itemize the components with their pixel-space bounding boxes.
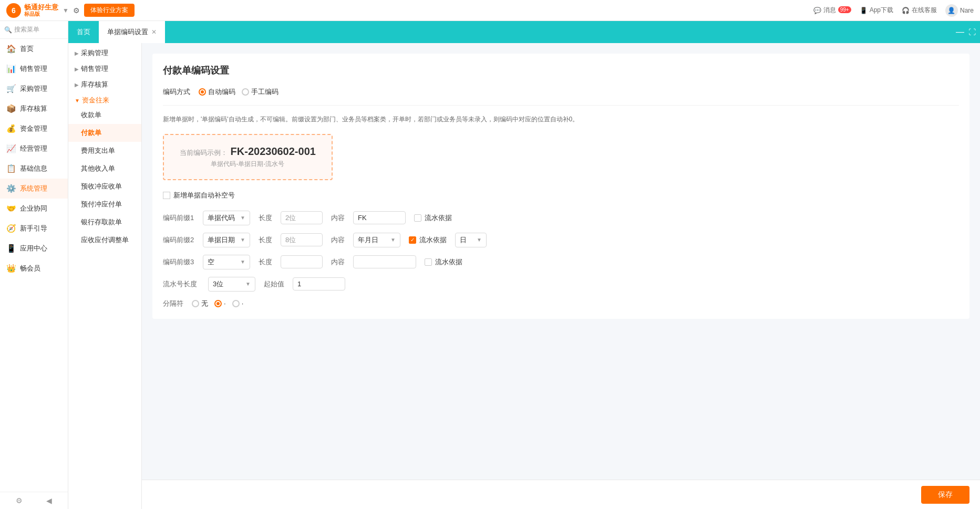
online-service-icon: 🎧: [902, 7, 910, 14]
serial-length-row: 流水号长度 3位 ▼ 起始值: [163, 277, 959, 292]
code-preview-box: 当前编码示例： FK-20230602-001 单据代码-单据日期-流水号: [163, 134, 333, 180]
tab-encoding-close-icon[interactable]: ✕: [151, 28, 157, 36]
sep-dot2-radio[interactable]: [232, 300, 240, 307]
search-menu-button[interactable]: 🔍 搜索菜单: [0, 21, 68, 39]
brand-sub: 标品版: [24, 11, 58, 17]
sidebar-item-label-basic: 基础信息: [20, 164, 47, 173]
settings-icon[interactable]: ⚙: [73, 6, 80, 15]
tabs-actions: — ⛶: [956, 27, 980, 37]
tab-home[interactable]: 首页: [68, 21, 99, 43]
start-value-input[interactable]: [293, 277, 345, 290]
prefix1-serial-checkbox[interactable]: [414, 214, 421, 222]
info-text: 新增单据时，'单据编码'自动生成，不可编辑。前缀设置为部门、业务员等档案类，开单…: [163, 114, 959, 126]
sidebar-item-label-purchase: 采购管理: [20, 84, 47, 94]
submenu-inventory-calc[interactable]: ▶ 库存核算: [68, 75, 141, 90]
sep-dot-radio[interactable]: [214, 300, 222, 307]
prefix3-length-input[interactable]: [281, 255, 323, 268]
sidebar-item-system[interactable]: ⚙️ 系统管理: [0, 179, 68, 199]
submenu-bank-deposit-label: 银行存取款单: [81, 218, 122, 226]
prefix1-content-input[interactable]: [353, 211, 406, 224]
prefix1-select[interactable]: 单据代码 ▼: [203, 211, 250, 225]
prefix3-content-input[interactable]: [353, 255, 416, 268]
sidebar-item-operations[interactable]: 📈 经营管理: [0, 139, 68, 159]
bottom-bar: 保存: [142, 480, 980, 509]
prefix2-content-select[interactable]: 年月日 ▼: [353, 233, 400, 247]
manual-encode-radio[interactable]: [242, 88, 249, 96]
prefix3-content-label: 内容: [331, 257, 345, 267]
message-button[interactable]: 💬 消息 99+: [813, 6, 851, 15]
submenu-capital-flow[interactable]: ▼ 资金往来: [68, 90, 141, 106]
auto-encode-label: 自动编码: [208, 87, 235, 97]
tab-minimize-icon[interactable]: —: [956, 27, 964, 37]
prefix2-content-value: 年月日: [358, 235, 378, 245]
submenu-prepay-payable[interactable]: 预付冲应付单: [68, 195, 141, 213]
separator-label: 分隔符: [163, 299, 183, 308]
serial-length-select[interactable]: 3位 ▼: [208, 277, 255, 292]
prefix2-select[interactable]: 单据日期 ▼: [203, 233, 250, 247]
sidebar-collapse-icon[interactable]: ◀: [46, 496, 52, 505]
submenu-bank-deposit[interactable]: 银行存取款单: [68, 213, 141, 231]
submenu-ar-ap-adjust[interactable]: 应收应付调整单: [68, 231, 141, 249]
sidebar-settings-icon[interactable]: ⚙: [16, 496, 23, 505]
tabs-bar: 首页 单据编码设置 ✕ — ⛶: [68, 21, 980, 43]
industry-solution-button[interactable]: 体验行业方案: [84, 4, 135, 17]
tab-encoding[interactable]: 单据编码设置 ✕: [99, 21, 165, 43]
sub-layout: ▶ 采购管理 ▶ 销售管理 ▶ 库存核算 ▼ 资金往来 收款单: [68, 43, 980, 509]
submenu-sales-arrow-icon: ▶: [75, 66, 79, 72]
submenu-other-income[interactable]: 其他收入单: [68, 160, 141, 178]
sidebar-item-purchase[interactable]: 🛒 采购管理: [0, 79, 68, 99]
prefix3-select[interactable]: 空 ▼: [203, 255, 250, 269]
tab-maximize-icon[interactable]: ⛶: [968, 28, 976, 36]
prefix3-serial-checkbox[interactable]: [425, 258, 432, 266]
sidebar-item-home[interactable]: 🏠 首页: [0, 39, 68, 59]
prefix1-label: 编码前缀1: [163, 213, 194, 223]
submenu-payment[interactable]: 付款单: [68, 124, 141, 142]
sep-none-radio[interactable]: [192, 300, 199, 307]
app-download-button[interactable]: 📱 App下载: [860, 6, 893, 15]
user-profile[interactable]: 👤 Nare: [945, 4, 974, 17]
sep-none-option[interactable]: 无: [192, 299, 208, 308]
sidebar-item-label-finance: 资金管理: [20, 124, 47, 133]
submenu-capital-label: 资金往来: [82, 96, 109, 105]
prefix2-length-input[interactable]: [281, 233, 323, 246]
prefix2-serial-unit-select[interactable]: 日 ▼: [455, 233, 487, 247]
sidebar-item-label-home: 首页: [20, 44, 34, 54]
sidebar-item-guide[interactable]: 🧭 新手引导: [0, 219, 68, 238]
sidebar-item-enterprise[interactable]: 🤝 企业协同: [0, 199, 68, 219]
prefix3-chevron-icon: ▼: [240, 259, 245, 265]
submenu-receipt[interactable]: 收款单: [68, 106, 141, 124]
sidebar-item-inventory[interactable]: 📦 库存核算: [0, 99, 68, 119]
basic-icon: 📋: [6, 164, 16, 173]
tab-home-label: 首页: [77, 27, 90, 37]
prefix2-serial-unit-value: 日: [460, 235, 467, 245]
manual-encode-option[interactable]: 手工编码: [242, 87, 278, 97]
sidebar-item-basic[interactable]: 📋 基础信息: [0, 159, 68, 179]
auto-fill-checkbox[interactable]: [163, 192, 170, 199]
sidebar-item-label-apps: 应用中心: [20, 244, 47, 253]
auto-encode-radio[interactable]: [199, 88, 206, 96]
sidebar-item-label-member: 畅会员: [20, 264, 40, 273]
sep-dot2-option[interactable]: ·: [232, 299, 244, 307]
online-service-button[interactable]: 🎧 在线客服: [902, 6, 937, 15]
submenu-receipt-label: 收款单: [81, 111, 101, 119]
sidebar-item-member[interactable]: 👑 畅会员: [0, 258, 68, 278]
sidebar-item-sales[interactable]: 📊 销售管理: [0, 59, 68, 79]
auto-encode-option[interactable]: 自动编码: [199, 87, 235, 97]
main-layout: 🔍 搜索菜单 🏠 首页 📊 销售管理 🛒 采购管理 📦 库存核算 💰 资金管理 …: [0, 21, 980, 509]
save-button[interactable]: 保存: [921, 486, 969, 504]
submenu-sales-mgmt[interactable]: ▶ 销售管理: [68, 59, 141, 75]
prefix2-serial-checkbox[interactable]: ✓: [409, 236, 416, 244]
submenu-prepay-receivable[interactable]: 预收冲应收单: [68, 178, 141, 195]
separator-radio-group: 无 · ·: [192, 299, 243, 308]
prefix1-length-input[interactable]: [281, 211, 323, 224]
sidebar-item-apps[interactable]: 📱 应用中心: [0, 238, 68, 258]
dropdown-arrow-icon[interactable]: ▼: [63, 7, 69, 14]
main-wrapper: 付款单编码设置 编码方式 自动编码 手: [142, 43, 980, 509]
sidebar-item-finance[interactable]: 💰 资金管理: [0, 119, 68, 139]
search-menu-label: 搜索菜单: [14, 25, 39, 34]
prefix1-select-value: 单据代码: [208, 213, 235, 223]
submenu-purchase-mgmt[interactable]: ▶ 采购管理: [68, 43, 141, 59]
separator-row: 分隔符 无 ·: [163, 299, 959, 308]
sep-dot-option[interactable]: ·: [214, 299, 226, 307]
submenu-expense[interactable]: 费用支出单: [68, 142, 141, 160]
